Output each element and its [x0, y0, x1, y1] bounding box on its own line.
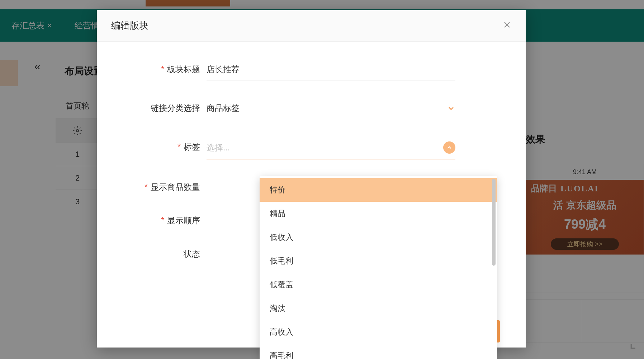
field-link-category: 链接分类选择 商品标签 — [140, 101, 455, 119]
field-label: 状态 — [140, 246, 207, 260]
chevron-down-icon — [447, 104, 455, 113]
chevron-up-icon — [443, 141, 455, 154]
dropdown-option[interactable]: 特价 — [260, 178, 497, 202]
dropdown-option[interactable]: 淘汰 — [260, 297, 497, 320]
dropdown-option[interactable]: 高收入 — [260, 320, 497, 344]
dropdown-option[interactable]: 精品 — [260, 202, 497, 225]
field-block-title: *板块标题 店长推荐 — [140, 62, 455, 80]
field-label: 链接分类选择 — [140, 101, 207, 114]
dropdown-option[interactable]: 高毛利 — [260, 344, 497, 359]
dropdown-option[interactable]: 低毛利 — [260, 249, 497, 273]
link-category-select[interactable]: 商品标签 — [207, 101, 455, 119]
field-placeholder: 选择... — [207, 142, 230, 153]
field-label: *显示顺序 — [140, 213, 207, 226]
dropdown-option[interactable]: 低覆盖 — [260, 273, 497, 297]
block-title-input[interactable]: 店长推荐 — [207, 62, 455, 80]
field-label: *显示商品数量 — [140, 180, 207, 193]
dropdown-option[interactable]: 低收入 — [260, 225, 497, 249]
field-tag: *标签 选择... — [140, 139, 455, 159]
edit-block-modal: 编辑版块 *板块标题 店长推荐 链接分类选择 商品标签 *标签 选择... *显… — [97, 10, 526, 348]
field-label: *板块标题 — [140, 62, 207, 75]
modal-title: 编辑版块 — [111, 19, 148, 32]
tag-select[interactable]: 选择... — [207, 139, 455, 159]
scrollbar-thumb[interactable] — [492, 179, 496, 266]
field-label: *标签 — [140, 139, 207, 153]
modal-header: 编辑版块 — [97, 10, 526, 42]
tag-dropdown: 特价 精品 低收入 低毛利 低覆盖 淘汰 高收入 高毛利 — [260, 176, 497, 359]
close-icon[interactable] — [503, 20, 511, 32]
modal-body: *板块标题 店长推荐 链接分类选择 商品标签 *标签 选择... *显示商品数量… — [97, 42, 526, 348]
field-value: 商品标签 — [207, 103, 240, 114]
field-value: 店长推荐 — [207, 64, 240, 75]
